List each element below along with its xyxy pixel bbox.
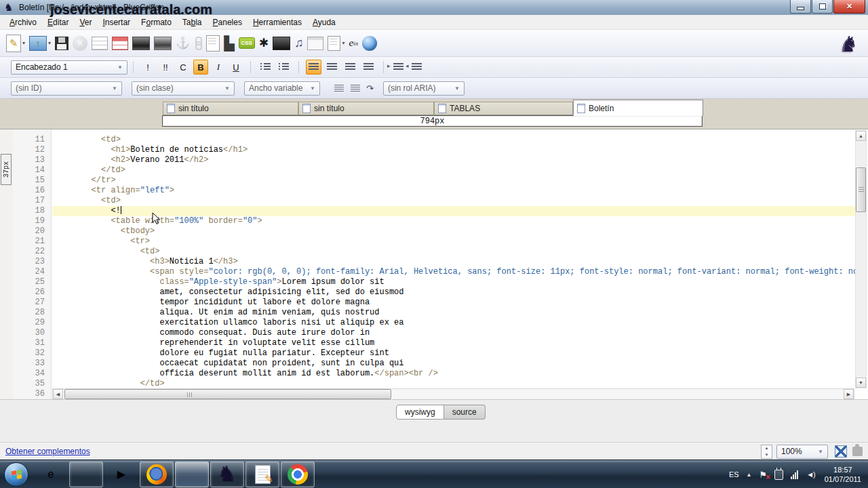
dropdown-caret-icon[interactable]: ▾ — [342, 40, 344, 46]
taskbar-notepad-button[interactable] — [245, 462, 279, 487]
taskbar-screen-recorder-button[interactable] — [175, 462, 209, 487]
insert-image-button[interactable] — [132, 32, 150, 55]
code-lines[interactable]: <td> <h1>Boletín de noticias</h1> <h2>Ve… — [52, 129, 855, 388]
tab-tablas-2[interactable]: TABLAS — [434, 102, 573, 115]
bullet-list-button[interactable] — [258, 60, 273, 75]
bold-button[interactable]: B — [193, 60, 208, 75]
taskbar-firefox-button[interactable] — [140, 462, 174, 487]
network-signal-icon[interactable] — [791, 470, 799, 479]
menu-item-herramientas[interactable]: Herramientas — [248, 16, 307, 28]
underline-button[interactable]: U — [229, 60, 243, 75]
insert-frame-button[interactable] — [307, 32, 323, 55]
start-button[interactable] — [4, 462, 28, 487]
vertical-scrollbar[interactable]: ▲ ▼ — [855, 130, 867, 388]
scroll-left-button[interactable]: ◀ — [53, 389, 63, 399]
code-line-15[interactable]: </tr> — [52, 176, 855, 186]
power-icon[interactable] — [774, 470, 783, 480]
menu-item-paneles[interactable]: Paneles — [208, 16, 248, 28]
addons-puzzle-icon[interactable] — [852, 447, 863, 456]
taskbar-windows-explorer-button[interactable] — [69, 462, 103, 487]
emphasis-button[interactable]: ! — [140, 60, 155, 75]
align-center-button[interactable] — [324, 60, 340, 75]
scroll-down-button[interactable]: ▼ — [856, 378, 866, 388]
indent-button[interactable] — [391, 60, 406, 75]
taskbar-internet-explorer-button[interactable]: e — [34, 462, 68, 487]
code-line-21[interactable]: <tr> — [52, 237, 855, 247]
menu-item-ayuda[interactable]: Ayuda — [307, 16, 341, 28]
insert-video-button[interactable] — [273, 32, 290, 55]
justify-button[interactable] — [361, 60, 376, 75]
code-line-33[interactable]: occaecat cupidatat non proident, sunt in… — [52, 359, 855, 369]
insert-table-button[interactable] — [92, 32, 108, 55]
italic-button[interactable]: I — [211, 60, 226, 75]
scroll-right-button[interactable]: ▶ — [844, 389, 854, 399]
blocks-button[interactable]: ▙ — [224, 32, 234, 55]
link-button[interactable] — [194, 32, 202, 55]
open-file-button[interactable]: ↑▾ — [29, 32, 51, 55]
outdent-button[interactable] — [409, 60, 425, 75]
vertical-scroll-thumb[interactable] — [856, 167, 866, 212]
get-addons-link[interactable]: Obtener complementos — [5, 447, 90, 456]
volume-icon[interactable]: ◄) — [806, 470, 815, 479]
code-line-22[interactable]: <td> — [52, 247, 855, 257]
code-line-18[interactable]: <! — [52, 206, 855, 216]
width-select[interactable]: Ancho variable ▼ — [244, 81, 320, 96]
taskbar-chrome-button[interactable] — [281, 462, 315, 487]
code-line-28[interactable]: aliqua. Ut enim ad minim veniam, quis no… — [52, 308, 855, 318]
code-button[interactable]: C — [176, 60, 191, 75]
strong-emphasis-button[interactable]: !! — [158, 60, 173, 75]
tab-boletín-3[interactable]: Boletín — [573, 100, 703, 116]
code-line-32[interactable]: dolore eu fugiat nulla pariatur. Excepte… — [52, 348, 855, 359]
horizontal-scroll-thumb[interactable] — [64, 389, 391, 399]
zoom-select[interactable]: 100% ▼ — [776, 445, 828, 459]
scroll-up-button[interactable]: ▲ — [856, 131, 866, 141]
new-document-button[interactable]: ✎▾ — [6, 32, 25, 55]
show-hidden-icons-icon[interactable]: ▲ — [747, 472, 752, 478]
code-line-12[interactable]: <h1>Boletín de noticias</h1> — [52, 145, 855, 155]
class-select[interactable]: (sin clase) ▼ — [132, 81, 235, 96]
code-line-34[interactable]: officia deserunt mollit anim id est labo… — [52, 369, 855, 379]
code-line-23[interactable]: <h3>Noticia 1</h3> — [52, 257, 855, 267]
source-view-button[interactable]: source — [444, 405, 486, 420]
code-line-11[interactable]: <td> — [52, 135, 855, 145]
stepper-down-icon[interactable]: ▼ — [762, 451, 772, 458]
wysiwyg-view-button[interactable]: wysiwyg — [396, 405, 444, 420]
insert-math-button[interactable]: eiπ — [349, 32, 358, 55]
code-line-16[interactable]: <tr align="left"> — [52, 186, 855, 196]
code-line-17[interactable]: <td> — [52, 196, 855, 206]
code-line-26[interactable]: amet, consectetur adipisicing elit, sed … — [52, 287, 855, 298]
menu-item-tabla[interactable]: Tabla — [177, 16, 208, 28]
code-line-31[interactable]: reprehenderit in voluptate velit esse ci… — [52, 338, 855, 348]
dropdown-caret-icon[interactable]: ▾ — [48, 40, 51, 46]
restore-button[interactable] — [812, 0, 833, 14]
aria-role-select[interactable]: (sin rol ARIA) ▼ — [383, 81, 465, 96]
insert-audio-button[interactable]: ♫ — [294, 32, 304, 55]
code-line-13[interactable]: <h2>Verano 2011</h2> — [52, 155, 855, 165]
menu-item-formato[interactable]: Formato — [136, 16, 177, 28]
code-line-19[interactable]: <table width="100%" border="0"> — [52, 216, 855, 226]
edit-id-button[interactable] — [206, 32, 220, 55]
code-line-29[interactable]: exercitation ullamco laboris nisi ut ali… — [52, 318, 855, 328]
image-properties-button[interactable] — [154, 32, 172, 55]
css-editor-button[interactable]: CSS — [239, 32, 255, 55]
align-left-button[interactable] — [306, 60, 321, 75]
horizontal-scrollbar[interactable]: ◀ ▶ — [52, 388, 854, 400]
align-right-button[interactable] — [342, 60, 358, 75]
clock[interactable]: 18:57 01/07/2011 — [825, 465, 861, 484]
numbered-list-button[interactable] — [276, 60, 292, 75]
code-line-20[interactable]: <tbody> — [52, 226, 855, 237]
fullscreen-icon[interactable] — [835, 445, 847, 458]
stepper-up-icon[interactable]: ▲ — [762, 445, 772, 452]
minimize-button[interactable] — [790, 0, 811, 14]
menu-item-ver[interactable]: Ver — [74, 16, 97, 28]
zoom-stepper[interactable]: ▲ ▼ — [761, 445, 772, 459]
taskbar-bluegriffon-button[interactable]: ♞ — [210, 462, 244, 487]
anchor-button[interactable]: ⚓ — [176, 32, 190, 55]
rotate-icon[interactable]: ↷ — [366, 83, 374, 94]
code-line-35[interactable]: </td> — [52, 379, 855, 388]
tab-sin-título-0[interactable]: sin título — [163, 102, 298, 115]
code-line-30[interactable]: commodo consequat. Duis aute irure dolor… — [52, 328, 855, 338]
special-character-button[interactable]: ✱ — [259, 32, 269, 55]
save-button[interactable] — [55, 32, 68, 55]
close-button[interactable]: ✕ — [833, 0, 865, 14]
